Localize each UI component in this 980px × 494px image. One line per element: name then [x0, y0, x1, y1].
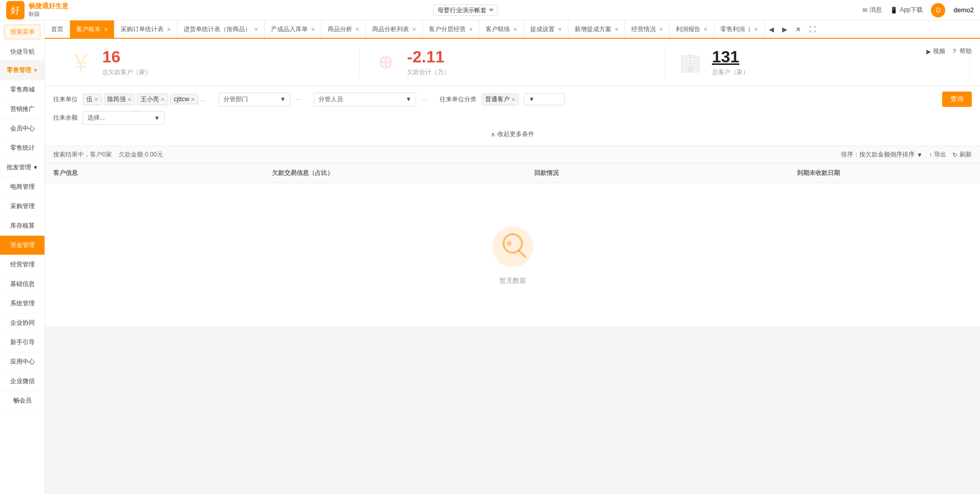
message-button[interactable]: ✉ 消息	[862, 6, 882, 14]
collapse-button[interactable]: ∧ 收起更多条件	[489, 128, 536, 141]
tab-product-inbound[interactable]: 产成品入库单 ✕	[265, 20, 322, 38]
demo-select[interactable]: 母婴行业演示帐套	[433, 5, 497, 16]
logo-text: 畅捷通好生意	[29, 2, 69, 10]
unit-category-select[interactable]: ▼	[524, 93, 565, 105]
tab-customer-segment[interactable]: 客户分层经营 ✕	[423, 20, 480, 38]
sidebar-item-operation-label: 经营管理	[10, 261, 35, 268]
tab-profit-report-close[interactable]: ✕	[703, 27, 708, 32]
svg-point-3	[507, 241, 512, 246]
stat-label-customers: 总欠款客户（家）	[102, 68, 151, 77]
tab-add-commission-close[interactable]: ✕	[614, 27, 619, 32]
sidebar-item-retail-stats[interactable]: 零售统计	[0, 139, 44, 158]
stat-icon-debt: ⊕	[370, 47, 401, 78]
tab-add-commission[interactable]: 新增提成方案 ✕	[568, 20, 625, 38]
tab-purchase-stats[interactable]: 进货单统计表（按商品） ✕	[177, 20, 265, 38]
tab-customer-ledger-close[interactable]: ✕	[104, 27, 108, 32]
tab-home[interactable]: 首页	[45, 20, 70, 38]
filter-row-2: 往来余额 选择... ▼	[53, 111, 972, 125]
sidebar-item-retail-mall[interactable]: 零售商城	[0, 80, 44, 100]
filter-tag-1-close[interactable]: ✕	[127, 97, 131, 102]
tab-customer-segment-close[interactable]: ✕	[469, 27, 473, 32]
tab-prev-button[interactable]: ◀	[765, 20, 778, 38]
sidebar-item-purchase[interactable]: 采购管理	[0, 197, 44, 216]
tab-commission-setting[interactable]: 提成设置 ✕	[524, 20, 568, 38]
filter-more-button[interactable]: ...	[200, 96, 206, 103]
sidebar-item-finance[interactable]: 资金管理	[0, 236, 44, 255]
video-button[interactable]: ▶ 视频	[926, 47, 945, 56]
tab-product-inbound-close[interactable]: ✕	[311, 27, 315, 32]
tab-purchase-order-close[interactable]: ✕	[167, 27, 171, 32]
tab-customer-ledger[interactable]: 客户账本 ✕	[70, 20, 115, 38]
sidebar-item-collab-label: 企业协同	[10, 319, 35, 326]
tab-retail-profit-close[interactable]: ✕	[754, 27, 758, 32]
tab-purchase-order-label: 采购订单统计表	[121, 25, 164, 34]
filter-tag-0-close[interactable]: ✕	[94, 97, 98, 102]
sidebar-item-wholesale[interactable]: 批发管理 ▼	[0, 158, 44, 177]
person-select[interactable]: 分管人员 ▼	[314, 93, 416, 106]
tab-profit-report[interactable]: 利润报告 ✕	[670, 20, 714, 38]
tab-product-analysis-list[interactable]: 商品分析列表 ✕	[366, 20, 423, 38]
tab-purchase-stats-close[interactable]: ✕	[254, 27, 258, 32]
sidebar-item-member[interactable]: 会员中心	[0, 119, 44, 139]
sidebar-item-marketing[interactable]: 营销推广	[0, 100, 44, 119]
person-more-button[interactable]: ···	[421, 96, 426, 103]
sidebar-item-collab[interactable]: 企业协同	[0, 313, 44, 333]
tab-product-analysis-list-close[interactable]: ✕	[412, 27, 416, 32]
tab-next-button[interactable]: ▶	[778, 20, 791, 38]
stat-values-customers2: 131 总客户（家）	[712, 48, 749, 77]
tab-commission-setting-close[interactable]: ✕	[558, 27, 562, 32]
sidebar-item-inventory[interactable]: 库存核算	[0, 216, 44, 236]
tab-product-analysis-label: 商品分析	[328, 25, 352, 34]
filter-tag-0: 伍 ✕	[83, 94, 102, 105]
tab-operation-status-label: 经营情况	[631, 25, 656, 34]
dept-more-button[interactable]: ···	[295, 96, 301, 103]
empty-state: 暂无数据	[45, 183, 980, 326]
filter-tag-unit-category-close[interactable]: ✕	[511, 97, 515, 102]
quick-nav-button[interactable]: 快捷导航	[0, 43, 44, 61]
tab-retail-profit[interactable]: 零售利润（ ✕	[714, 20, 765, 38]
filter-tag-3-label: cjttcw	[174, 96, 189, 103]
sidebar-item-system[interactable]: 系统管理	[0, 294, 44, 313]
refresh-button[interactable]: ↻ 刷新	[952, 150, 972, 159]
tab-product-analysis-list-label: 商品分析列表	[372, 25, 409, 34]
filter-tag-2-close[interactable]: ✕	[161, 97, 165, 102]
tab-close-all-button[interactable]: ✕	[791, 20, 805, 38]
query-button[interactable]: 查询	[942, 92, 972, 107]
sidebar-item-chang-member[interactable]: 畅会员	[0, 391, 44, 411]
sidebar-item-operation[interactable]: 经营管理	[0, 255, 44, 275]
sort-select[interactable]: 排序：按欠款金额倒序排序 ▼	[841, 150, 923, 159]
app-download-button[interactable]: 📱 App下载	[890, 6, 923, 14]
sidebar-item-ecommerce[interactable]: 电商管理	[0, 177, 44, 197]
stat-values-debt: -2.11 欠款合计（万）	[407, 48, 450, 77]
search-menu-button[interactable]: 搜索菜单	[4, 25, 40, 39]
balance-label: 往来余额	[53, 114, 78, 122]
avatar[interactable]: D	[931, 3, 945, 17]
tab-customer-contact[interactable]: 客户联络 ✕	[480, 20, 524, 38]
filter-tag-3-close[interactable]: ✕	[191, 97, 195, 102]
tab-operation-status[interactable]: 经营情况 ✕	[625, 20, 670, 38]
sidebar-item-guide[interactable]: 新手引导	[0, 333, 44, 352]
top-header: 好 畅捷通好生意 标版 母婴行业演示帐套 ✉ 消息 📱 App下载 D demo…	[0, 0, 980, 20]
tab-retail-profit-label: 零售利润（	[720, 25, 751, 34]
sidebar-item-wechat[interactable]: 企业微信	[0, 372, 44, 391]
tab-expand-button[interactable]: ⛶	[805, 20, 820, 38]
result-bar: 搜索结果中，客户0家 欠款金额 0.00元 排序：按欠款金额倒序排序 ▼ ↑ 导…	[45, 146, 980, 164]
sidebar-item-basic[interactable]: 基础信息	[0, 275, 44, 294]
tab-purchase-order[interactable]: 采购订单统计表 ✕	[115, 20, 177, 38]
stat-values-customers: 16 总欠款客户（家）	[102, 48, 151, 77]
tab-product-analysis-close[interactable]: ✕	[355, 27, 359, 32]
sidebar-item-app-center[interactable]: 应用中心	[0, 352, 44, 372]
dept-select[interactable]: 分管部门 ▼	[219, 93, 290, 106]
balance-select[interactable]: 选择... ▼	[83, 111, 165, 125]
download-icon: 📱	[890, 7, 898, 14]
empty-svg-icon	[490, 224, 536, 270]
sidebar-item-retail[interactable]: 零售管理 ▼	[0, 61, 44, 80]
tab-customer-contact-close[interactable]: ✕	[513, 27, 517, 32]
message-label: 消息	[870, 6, 882, 14]
help-button[interactable]: ？ 帮助	[951, 47, 972, 56]
avatar-label: D	[936, 7, 941, 14]
export-button[interactable]: ↑ 导出	[929, 150, 946, 159]
dept-select-label: 分管部门	[223, 95, 248, 104]
tab-product-analysis[interactable]: 商品分析 ✕	[322, 20, 366, 38]
tab-operation-status-close[interactable]: ✕	[659, 27, 663, 32]
